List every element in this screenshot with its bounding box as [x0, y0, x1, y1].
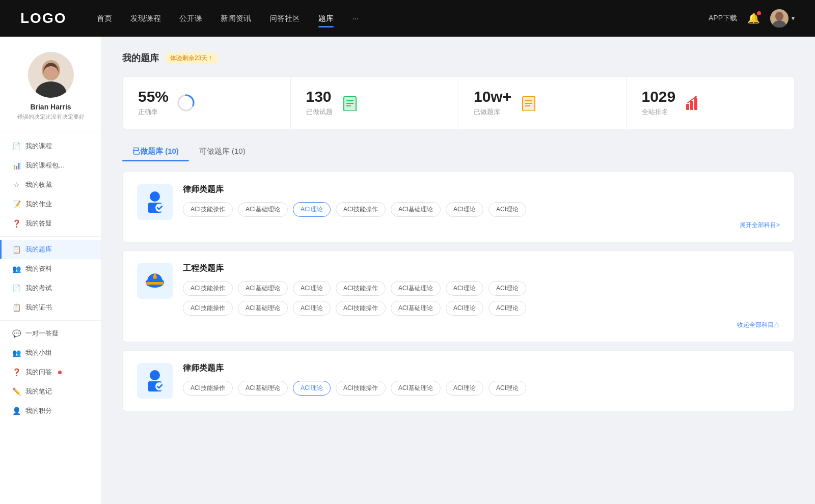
sidebar-menu: 📄 我的课程 📊 我的课程包... ☆ 我的收藏 📝 我的作业 ❓ 我的答疑 � [0, 136, 101, 421]
site-rank-value: 1029 [642, 89, 676, 104]
sidebar-item-profile[interactable]: 👥 我的资料 [0, 259, 101, 278]
qbank-card-1: 律师类题库 ACI技能操作 ACI基础理论 ACI理论 ACI技能操作 ACI基… [122, 172, 795, 242]
svg-rect-21 [690, 101, 693, 110]
qbank-1-tag-0[interactable]: ACI技能操作 [183, 202, 233, 217]
done-questions-label: 已做试题 [306, 107, 333, 117]
course-package-icon: 📊 [12, 161, 20, 170]
qbank-3-tag-0[interactable]: ACI技能操作 [183, 381, 233, 396]
sidebar-item-one-on-one[interactable]: 💬 一对一答疑 [0, 324, 101, 343]
main-container: Brian Harris 错误的决定比没有决定要好 📄 我的课程 📊 我的课程包… [0, 37, 815, 504]
qbank-2-title: 工程类题库 [183, 263, 780, 274]
qbank-3-tag-1[interactable]: ACI基础理论 [238, 381, 288, 396]
group-icon: 👥 [12, 349, 20, 357]
qbank-1-tag-3[interactable]: ACI技能操作 [336, 202, 386, 217]
notification-bell-icon[interactable]: 🔔 [747, 12, 760, 24]
qbank-1-tag-5[interactable]: ACI理论 [446, 202, 483, 217]
sidebar-item-certificate[interactable]: 📋 我的证书 [0, 298, 101, 317]
logo[interactable]: LOGO [20, 10, 66, 26]
sidebar-item-qa[interactable]: ❓ 我的答疑 [0, 214, 101, 233]
sidebar-item-favorites[interactable]: ☆ 我的收藏 [0, 175, 101, 194]
stat-done-questions: 130 已做试题 [291, 77, 459, 129]
qbank-2-r1-tag-4[interactable]: ACI基础理论 [391, 281, 441, 296]
trial-badge: 体验剩余23天！ [165, 52, 219, 64]
qbank-2-r1-tag-5[interactable]: ACI理论 [446, 281, 483, 296]
nav-links: 首页 发现课程 公开课 新闻资讯 问答社区 题库 ··· [97, 12, 709, 25]
qbank-2-r2-tag-1[interactable]: ACI基础理论 [238, 301, 288, 316]
svg-point-24 [150, 191, 160, 202]
nav-more[interactable]: ··· [352, 12, 359, 25]
qbank-2-r2-tag-3[interactable]: ACI技能操作 [336, 301, 386, 316]
sidebar-profile: Brian Harris 错误的决定比没有决定要好 [0, 52, 101, 131]
qbank-1-tag-4[interactable]: ACI基础理论 [391, 202, 441, 217]
sidebar-item-course[interactable]: 📄 我的课程 [0, 136, 101, 156]
qbank-icon: 📋 [12, 245, 20, 254]
qbank-2-r1-tag-3[interactable]: ACI技能操作 [336, 281, 386, 296]
qbank-1-tag-1[interactable]: ACI基础理论 [238, 202, 288, 217]
qbank-3-icon [137, 363, 173, 399]
page-title: 我的题库 [122, 52, 159, 64]
nav-news[interactable]: 新闻资讯 [221, 12, 251, 25]
svg-rect-28 [146, 282, 164, 285]
qbank-1-tag-6[interactable]: ACI理论 [488, 202, 526, 217]
qbank-1-expand[interactable]: 展开全部科目> [183, 221, 780, 230]
sidebar-item-qbank[interactable]: 📋 我的题库 [0, 240, 101, 259]
qbank-2-r2-tag-2[interactable]: ACI理论 [293, 301, 331, 316]
qbank-2-r1-tag-0[interactable]: ACI技能操作 [183, 281, 233, 296]
favorites-icon: ☆ [12, 181, 20, 189]
accuracy-value: 55% [138, 89, 169, 104]
one-on-one-icon: 💬 [12, 329, 20, 338]
qbank-3-tags: ACI技能操作 ACI基础理论 ACI理论 ACI技能操作 ACI基础理论 AC… [183, 381, 780, 396]
course-icon: 📄 [12, 142, 20, 150]
qbank-2-r2-tag-4[interactable]: ACI基础理论 [391, 301, 441, 316]
sidebar-item-points[interactable]: 👤 我的积分 [0, 401, 101, 421]
sidebar-item-group[interactable]: 👥 我的小组 [0, 343, 101, 362]
qbank-2-r2-tag-0[interactable]: ACI技能操作 [183, 301, 233, 316]
qbank-3-tag-5[interactable]: ACI理论 [446, 381, 483, 396]
accuracy-label: 正确率 [138, 107, 169, 117]
sidebar-item-my-qa[interactable]: ❓ 我的问答 [0, 362, 101, 382]
qbank-2-collapse[interactable]: 收起全部科目△ [183, 321, 780, 329]
site-rank-icon [684, 94, 702, 112]
nav-qa[interactable]: 问答社区 [269, 12, 300, 25]
sidebar-item-course-package[interactable]: 📊 我的课程包... [0, 156, 101, 175]
sidebar-item-exam[interactable]: 📄 我的考试 [0, 278, 101, 298]
nav-open-course[interactable]: 公开课 [179, 12, 202, 25]
qbank-2-r1-tag-1[interactable]: ACI基础理论 [238, 281, 288, 296]
certificate-icon: 📋 [12, 303, 20, 312]
nav-home[interactable]: 首页 [97, 12, 112, 25]
profile-bio: 错误的决定比没有决定要好 [17, 113, 85, 121]
notes-icon: ✏️ [12, 387, 20, 396]
avatar [770, 9, 789, 27]
tab-done-banks[interactable]: 已做题库 (10) [122, 142, 189, 161]
qbank-3-tag-4[interactable]: ACI基础理论 [391, 381, 441, 396]
user-avatar-dropdown[interactable]: ▾ [770, 9, 795, 27]
tab-available-banks[interactable]: 可做题库 (10) [189, 142, 256, 161]
stat-accuracy: 55% 正确率 [123, 77, 291, 129]
qbank-2-r1-tag-6[interactable]: ACI理论 [488, 281, 526, 296]
done-banks-icon [520, 94, 538, 112]
qbank-1-tag-2[interactable]: ACI理论 [293, 202, 331, 217]
qbank-3-tag-3[interactable]: ACI技能操作 [336, 381, 386, 396]
qa-notification-dot [58, 371, 62, 374]
app-download-link[interactable]: APP下载 [709, 14, 737, 23]
qbank-2-r2-tag-5[interactable]: ACI理论 [446, 301, 483, 316]
sidebar: Brian Harris 错误的决定比没有决定要好 📄 我的课程 📊 我的课程包… [0, 37, 102, 504]
qbank-3-tag-2[interactable]: ACI理论 [293, 381, 331, 396]
nav-qbank[interactable]: 题库 [318, 12, 334, 25]
homework-icon: 📝 [12, 200, 20, 208]
qbank-1-icon [137, 184, 173, 220]
svg-rect-30 [154, 273, 156, 278]
svg-point-23 [695, 96, 697, 98]
sidebar-item-homework[interactable]: 📝 我的作业 [0, 194, 101, 214]
qbank-card-2: 工程类题库 ACI技能操作 ACI基础理论 ACI理论 ACI技能操作 ACI基… [122, 250, 795, 342]
qa-icon: ❓ [12, 219, 20, 228]
qbank-2-r2-tag-6[interactable]: ACI理论 [488, 301, 526, 316]
qbank-card-3: 律师类题库 ACI技能操作 ACI基础理论 ACI理论 ACI技能操作 ACI基… [122, 350, 795, 411]
stats-row: 55% 正确率 130 已做试题 [122, 76, 795, 129]
svg-point-26 [155, 204, 164, 212]
nav-discover[interactable]: 发现课程 [130, 12, 161, 25]
qbank-3-tag-6[interactable]: ACI理论 [488, 381, 526, 396]
sidebar-item-notes[interactable]: ✏️ 我的笔记 [0, 382, 101, 401]
qbank-2-r1-tag-2[interactable]: ACI理论 [293, 281, 331, 296]
profile-icon: 👥 [12, 265, 20, 273]
